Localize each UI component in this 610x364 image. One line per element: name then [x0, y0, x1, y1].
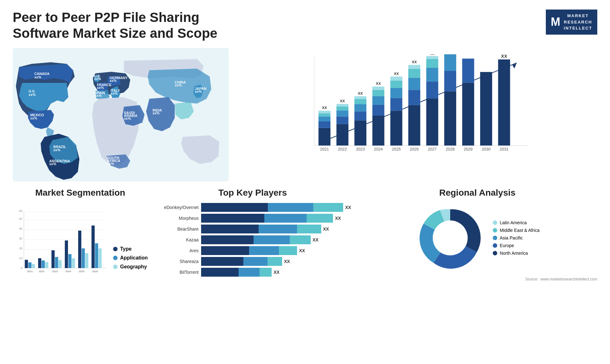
svg-rect-56	[372, 105, 384, 116]
source-text: Source : www.marketresearchintellect.com	[525, 277, 597, 281]
player-bar: XX	[201, 268, 351, 277]
svg-rect-135	[98, 248, 102, 268]
svg-rect-87	[444, 71, 456, 91]
svg-rect-126	[68, 254, 71, 268]
svg-text:50: 50	[19, 217, 22, 220]
svg-rect-82	[426, 59, 438, 68]
svg-text:xx%: xx%	[110, 79, 117, 83]
latin-america-label: Latin America	[500, 220, 527, 225]
svg-rect-71	[408, 65, 420, 69]
asia-pacific-dot	[493, 236, 497, 240]
svg-rect-91	[462, 58, 474, 83]
reg-legend-item: Middle East & Africa	[493, 228, 539, 233]
svg-rect-37	[318, 128, 330, 145]
europe-label: Europe	[500, 243, 514, 248]
reg-legend-item: North America	[493, 251, 539, 256]
svg-text:30: 30	[19, 237, 22, 240]
svg-text:2026: 2026	[410, 147, 419, 152]
player-row: BitTorrent XX	[154, 268, 351, 277]
europe-dot	[493, 243, 497, 248]
svg-text:XX: XX	[322, 105, 327, 110]
player-row: Morpheus XX	[154, 214, 351, 223]
svg-rect-69	[408, 78, 420, 90]
player-row: Kazaa XX	[154, 235, 351, 244]
svg-rect-122	[55, 257, 58, 268]
svg-rect-39	[318, 116, 330, 121]
player-val: XX	[313, 237, 319, 242]
north-america-label: North America	[500, 251, 528, 256]
player-bar: XX	[201, 257, 351, 266]
reg-legend-item: Asia Pacific	[493, 235, 539, 240]
growth-chart: XX XX XX	[235, 48, 597, 181]
svg-text:2024: 2024	[374, 147, 383, 152]
svg-text:xx%: xx%	[111, 91, 118, 95]
svg-rect-40	[318, 113, 330, 117]
svg-rect-114	[28, 262, 31, 268]
player-val: XX	[299, 248, 305, 253]
legend-application: Application	[113, 255, 148, 261]
reg-legend-item: Europe	[493, 243, 539, 248]
svg-text:2031: 2031	[500, 147, 509, 152]
svg-text:xx%: xx%	[49, 162, 56, 166]
player-name: BearShare	[154, 226, 199, 232]
svg-rect-95	[498, 59, 510, 145]
world-map: CANADA xx% U.S. xx% MEXICO xx% BRAZIL xx…	[13, 48, 229, 181]
svg-text:2023: 2023	[52, 270, 58, 273]
svg-text:2030: 2030	[482, 147, 491, 152]
svg-rect-45	[336, 111, 349, 117]
svg-rect-51	[355, 104, 367, 111]
bottom-section: Market Segmentation 0 10 20 30 40 50 60	[13, 188, 597, 354]
svg-text:XX: XX	[376, 81, 381, 85]
svg-text:40: 40	[19, 227, 22, 230]
player-name: Kazaa	[154, 237, 199, 242]
mea-dot	[493, 228, 497, 233]
svg-text:2022: 2022	[338, 147, 347, 152]
application-dot	[113, 256, 118, 260]
svg-rect-117	[38, 258, 41, 268]
svg-rect-52	[355, 99, 367, 104]
page-title: Peer to Peer P2P File Sharing Software M…	[13, 10, 235, 42]
key-players-section: Top Key Players eDonkey/Overnet XX Morph…	[154, 188, 351, 354]
latin-america-dot	[493, 220, 497, 225]
svg-text:xx%: xx%	[53, 148, 60, 152]
svg-rect-123	[58, 260, 62, 268]
reg-legend-item: Latin America	[493, 220, 539, 225]
logo-area: M MARKETRESEARCHINTELLECT	[546, 10, 598, 35]
svg-rect-55	[372, 116, 384, 145]
svg-rect-81	[426, 68, 438, 81]
svg-rect-130	[82, 248, 85, 268]
player-name: Shareaza	[154, 259, 199, 264]
regional-legend: Latin America Middle East & Africa Asia …	[493, 220, 539, 256]
svg-text:xx%: xx%	[195, 90, 202, 93]
svg-rect-121	[51, 250, 55, 268]
svg-text:xx%: xx%	[97, 86, 104, 90]
svg-rect-61	[390, 111, 403, 145]
svg-rect-118	[42, 260, 45, 268]
player-name: BitTorrent	[154, 270, 199, 275]
svg-rect-64	[390, 80, 403, 88]
player-val: XX	[323, 226, 329, 232]
logo-text: MARKETRESEARCHINTELLECT	[564, 13, 593, 31]
svg-rect-59	[372, 86, 384, 90]
svg-text:2024: 2024	[65, 270, 71, 273]
player-row: Ares XX	[154, 246, 351, 255]
logo-box: M MARKETRESEARCHINTELLECT	[546, 10, 598, 35]
svg-rect-134	[95, 243, 98, 268]
svg-rect-90	[462, 83, 474, 145]
svg-text:XX: XX	[358, 91, 363, 95]
svg-text:2026: 2026	[92, 270, 98, 273]
geography-dot	[113, 265, 118, 269]
svg-rect-65	[390, 77, 403, 81]
svg-rect-119	[45, 262, 48, 268]
svg-text:XX: XX	[412, 60, 417, 64]
svg-rect-131	[85, 253, 88, 268]
regional-title: Regional Analysis	[357, 188, 597, 198]
svg-text:XX: XX	[430, 54, 435, 56]
svg-rect-50	[355, 111, 367, 120]
svg-rect-80	[426, 81, 438, 98]
svg-rect-125	[65, 240, 68, 268]
svg-rect-79	[426, 98, 438, 145]
svg-rect-86	[444, 91, 456, 145]
player-val: XX	[345, 205, 351, 210]
svg-rect-133	[92, 226, 95, 268]
